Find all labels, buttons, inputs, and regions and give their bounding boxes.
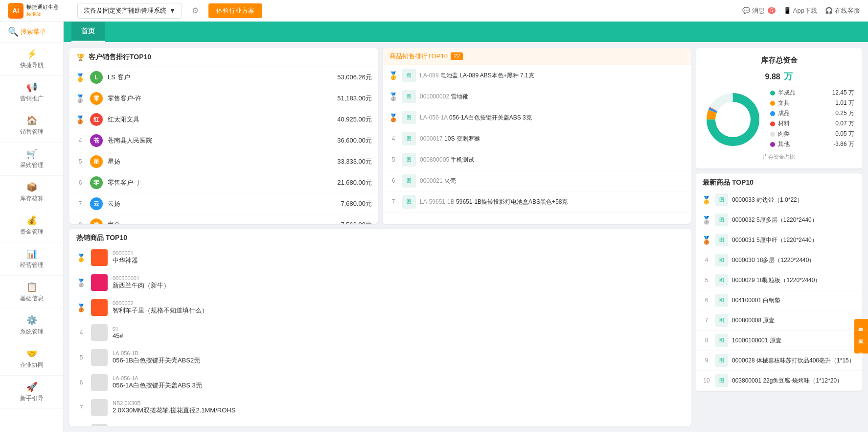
system-selector[interactable]: 装备及固定资产辅助管理系统 ▼ [77,3,182,19]
product-ranking-title: 商品销售排行TOP10 [389,52,448,61]
new-product-item[interactable]: 4 图 0000030 18多层（1220*2440） [696,250,862,270]
rank-number: 7 [388,198,398,205]
customer-rank-item[interactable]: 4 苍 苍南县人民医院 36,600.00元 [69,130,378,151]
new-product-item[interactable]: 9 图 0000028 体械嘉枝味苏打饮品400毫升（1*15） [696,351,862,371]
customer-rank-item[interactable]: 🥉 红 红太阳文具 40,925.00元 [69,109,378,130]
message-icon: 💬 [742,7,750,14]
sidebar-item-inventory[interactable]: 📦 库存核算 [0,176,63,209]
new-product-item[interactable]: 5 图 0000029 18颗粒板（1220*2440） [696,270,862,290]
hot-product-item[interactable]: 🥉 0000002 智利车子里（规格不知道填什么） [69,295,691,320]
customer-rank-item[interactable]: 6 零 零售客户-于 21,680.00元 [69,172,378,193]
message-button[interactable]: 💬 消息 6 [742,6,776,15]
customer-rank-item[interactable]: 7 云 云扬 7,680.00元 [69,193,378,215]
new-product-image: 图 [715,354,728,367]
tab-home[interactable]: 首页 [71,22,105,42]
product-rank-item[interactable]: 🥈 图 001000002 雪地靴 [383,86,691,107]
hot-product-image [91,349,108,366]
product-name: 10S 变刺罗猴 [444,135,480,142]
chevron-down-icon: ▼ [169,7,176,14]
hot-product-item[interactable]: 8 0000011 12070519-xs [69,420,691,426]
hot-product-item[interactable]: 4 01 45# [69,320,691,345]
rank-number: 4 [388,135,398,142]
sidebar-item-enterprise[interactable]: 🤝 企业协同 [0,342,63,376]
hot-product-item[interactable]: 🥇 0000001 中华神器 [69,245,691,270]
product-name: 雪地靴 [451,93,468,100]
customer-rank-item[interactable]: 8 尚 尚总 7,563.00元 [69,215,378,224]
new-product-info: 0000028 体械嘉枝味苏打饮品400毫升（1*15） [732,357,856,365]
hot-product-item[interactable]: 7 NB2.0X30B 2.0X30MM双搓花轴.搓花直径2.1MM/ROHS [69,395,691,420]
customer-rank-item[interactable]: 5 星 星扬 33,333.00元 [69,151,378,172]
sidebar-item-sales[interactable]: 🏠 销售管理 [0,109,63,143]
new-product-info: 0000033 封边带（1.0*22） [732,196,856,204]
product-code: 0000021 [420,177,443,184]
new-product-item[interactable]: 10 图 003800001 22g鱼豆腐-烧烤味（1*12*20） [696,371,862,391]
hot-product-code: 0000001 [113,250,684,256]
new-product-code: 003800001 [732,377,761,384]
legend-value: 12.45 万 [832,89,854,97]
trial-button[interactable]: 体验行业方案 [208,3,262,18]
legend-dot [770,101,775,106]
sidebar-item-basic-info[interactable]: 📋 基础信息 [0,276,63,309]
product-ranking-list: 🥇 图 LA-089 电池盖 LA-089 ABS本色+黑种 7.1克 🥈 图 … [383,65,691,213]
online-service-button[interactable]: 🎧 在线客服 [825,6,860,15]
product-image: 图 [402,195,416,209]
sidebar-item-guide[interactable]: 🚀 新手引导 [0,376,63,409]
float-button-1[interactable]: 服务社区 [854,331,868,343]
new-product-name: 原壹 [763,317,775,324]
product-rank-item[interactable]: 6 图 0000021 夹壳 [383,170,691,192]
box-icon: 📦 [26,182,37,192]
inventory-title: 库存总资金 [704,56,854,65]
new-product-item[interactable]: 8 图 10000100001 原壹 [696,331,862,351]
product-rank-item[interactable]: 🥇 图 LA-089 电池盖 LA-089 ABS本色+黑种 7.1克 [383,65,691,86]
hot-product-item[interactable]: 5 LA-056-1B 056-1B白色按键开关壳ABS2壳 [69,345,691,370]
sidebar-item-system[interactable]: ⚙️ 系统管理 [0,309,63,342]
float-button-2[interactable]: 直播 [854,343,868,354]
rank-number: 6 [76,379,86,386]
donut-legend: 半成品 12.45 万 文具 1.01 万 成品 0.25 万 材料 0.07 … [770,89,854,150]
customer-rank-item[interactable]: 🥇 L LS 客户 53,006.26元 [69,67,378,88]
sidebar-item-finance[interactable]: 💰 资金管理 [0,209,63,242]
sidebar-item-marketing[interactable]: 📢 营销推广 [0,76,63,109]
inventory-sub-label: 库存资金占比 [704,153,854,161]
product-rank-item[interactable]: 4 图 0000017 10S 变刺罗猴 [383,128,691,149]
float-button-0[interactable]: 客服热线 [854,319,868,331]
hot-product-code: 0000011 [113,426,684,427]
product-ranking-header: 商品销售排行TOP10 22 [383,48,691,65]
hot-product-info: NB2.0X30B 2.0X30MM双搓花轴.搓花直径2.1MM/ROHS [113,400,684,415]
new-product-name: 5厘中纤（1220*2440） [756,237,818,243]
new-product-item[interactable]: 🥉 图 0000031 5厘中纤（1220*2440） [696,230,862,250]
hot-product-name: 新西兰牛肉（新牛） [113,281,684,290]
system-name: 装备及固定资产辅助管理系统 [84,6,166,15]
new-product-info: 0000032 5厘多层（1220*2440） [732,216,856,224]
hot-product-image [91,324,108,341]
customer-rank-item[interactable]: 🥈 零 零售客户-许 51,183.00元 [69,88,378,109]
product-code: 0000017 [420,135,443,142]
product-rank-item[interactable]: 🥉 图 LA-056-1A 056-1A白色按键开关盖ABS 3克 [383,107,691,128]
hot-product-code: 01 [113,326,684,332]
new-product-name: 18颗粒板（1220*2440） [756,277,821,284]
new-product-item[interactable]: 🥈 图 0000032 5厘多层（1220*2440） [696,210,862,230]
hot-product-code: LA-056-1A [113,375,684,381]
nav-bar: 首页 [64,22,868,42]
app-download-button[interactable]: 📱 App下载 [783,6,817,15]
hot-product-info: 0000011 12070519-xs [113,426,684,427]
new-product-item[interactable]: 7 图 000800008 原壹 [696,311,862,331]
customer-amount: 7,680.00元 [341,199,372,208]
bronze-medal-icon: 🥉 [75,115,85,124]
settings-button[interactable]: ⚙ [188,3,203,18]
product-code: LA-089 [420,72,439,79]
sidebar-item-quick-nav[interactable]: ⚡ 快捷导航 [0,43,63,76]
product-rank-item[interactable]: 7 图 LA-59651-1B 59651-1B旋转投影灯电池盒ABS黑色+58… [383,192,691,213]
hot-product-item[interactable]: 🥈 000500001 新西兰牛肉（新牛） [69,270,691,295]
new-product-item[interactable]: 🥇 图 0000033 封边带（1.0*22） [696,190,862,210]
legend-label: 半成品 [778,89,829,97]
new-product-image: 图 [715,274,728,287]
sidebar-item-search[interactable]: 🔍 搜索菜单 [0,22,63,43]
sidebar-item-purchase[interactable]: 🛒 采购管理 [0,143,63,176]
customer-amount: 21,680.00元 [337,178,372,187]
product-rank-item[interactable]: 5 图 000800005 手机测试 [383,149,691,170]
sidebar-item-operation[interactable]: 📊 经营管理 [0,242,63,276]
hot-product-item[interactable]: 6 LA-056-1A 056-1A白色按键开关盖ABS 3壳 [69,370,691,395]
new-product-item[interactable]: 6 图 004100001 白钢垫 [696,290,862,311]
legend-item: 成品 0.25 万 [770,109,854,118]
